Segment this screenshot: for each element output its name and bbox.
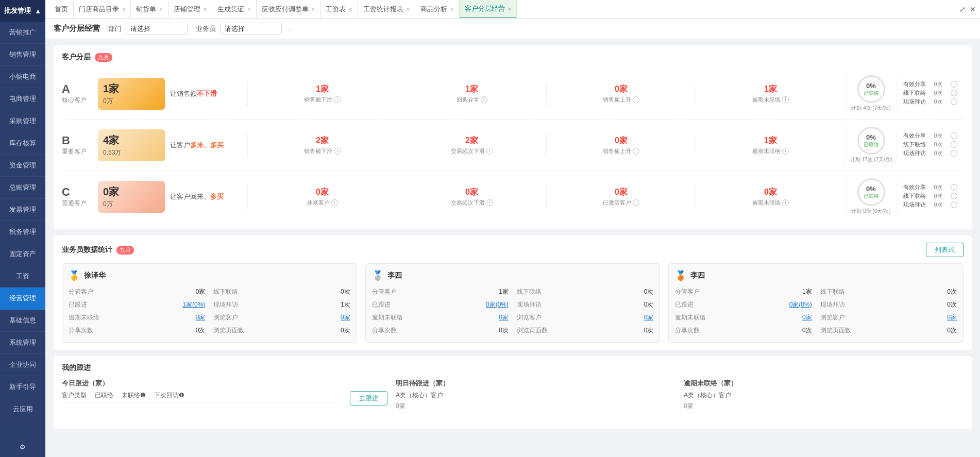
tier-metric[interactable]: 1家销售额下滑 i — [247, 82, 397, 106]
filter-more-icon[interactable]: ··· — [286, 25, 292, 32]
info-icon[interactable]: i — [633, 148, 639, 155]
tab-商品分析[interactable]: 商品分析× — [415, 0, 459, 19]
tier-metric[interactable]: 2家交易频次下滑 i — [397, 133, 546, 157]
emp-stat-row: 逾期未联络0家 — [69, 312, 205, 323]
tier-metric[interactable]: 0家休眠客户 i — [247, 185, 397, 209]
info-icon[interactable]: i — [782, 199, 789, 206]
info-icon[interactable]: i — [951, 132, 957, 139]
tab-close-icon[interactable]: × — [312, 6, 315, 12]
sidebar-item-企业协同[interactable]: 企业协同 — [0, 354, 45, 376]
sidebar-item-库存核算[interactable]: 库存核算 — [0, 132, 45, 155]
info-icon[interactable]: i — [331, 199, 338, 206]
tab-客户分层经营[interactable]: 客户分层经营× — [460, 0, 517, 19]
emp-stat-value: 0家 — [196, 287, 206, 296]
sidebar-header[interactable]: 批发管理 ▲ — [0, 0, 45, 22]
tier-circle-A[interactable]: 0% 已联络 计划 4次 (7天/次) — [845, 73, 897, 114]
info-icon[interactable]: i — [481, 96, 487, 103]
tab-应收应付调整单[interactable]: 应收应付调整单× — [257, 0, 320, 19]
emp-stat-value[interactable]: 0家 — [499, 313, 509, 322]
info-icon[interactable]: i — [951, 184, 957, 191]
sidebar-item-系统管理[interactable]: 系统管理 — [0, 332, 45, 354]
info-icon[interactable]: i — [782, 148, 789, 155]
tier-metric[interactable]: 0家已激活客户 i — [546, 185, 696, 209]
emp-stat-value[interactable]: 1家(0%) — [182, 300, 205, 309]
tab-close-all-icon[interactable]: ✕ — [970, 5, 976, 13]
info-icon[interactable]: i — [633, 199, 639, 206]
tier-metric[interactable]: 0家逾期未联络 i — [696, 185, 845, 209]
sidebar-item-总账管理[interactable]: 总账管理 — [0, 177, 45, 199]
tab-close-icon[interactable]: × — [407, 6, 410, 12]
emp-stat-value[interactable]: 0家(0%) — [789, 300, 812, 309]
info-icon[interactable]: i — [334, 96, 341, 103]
tier-metric[interactable]: 2家销售额下滑 i — [247, 133, 397, 157]
tab-首页[interactable]: 首页 — [49, 0, 74, 19]
tier-metric[interactable]: 1家逾期未联络 i — [696, 133, 845, 157]
info-icon[interactable]: i — [951, 150, 957, 157]
tier-metric[interactable]: 1家回购异常 i — [397, 82, 546, 106]
info-icon[interactable]: i — [486, 199, 493, 206]
tier-circle-C[interactable]: 0% 已联络 计划 0次 (0天/次) — [845, 176, 897, 217]
info-icon[interactable]: i — [951, 201, 957, 208]
tab-close-icon[interactable]: × — [204, 6, 207, 12]
dept-select[interactable]: 请选择 — [126, 23, 188, 35]
tab-门店商品目录[interactable]: 门店商品目录× — [74, 0, 131, 19]
info-icon[interactable]: i — [951, 141, 957, 148]
tab-工资统计报表[interactable]: 工资统计报表× — [358, 0, 415, 19]
metric-label: 逾期未联络 i — [700, 199, 841, 207]
emp-stat-value[interactable]: 0家 — [196, 313, 206, 322]
info-icon[interactable]: i — [951, 81, 957, 88]
customer-tier-title: 客户分层 — [62, 53, 91, 62]
tab-close-icon[interactable]: × — [349, 6, 352, 12]
info-icon[interactable]: i — [951, 98, 957, 105]
tier-stat-box-C[interactable]: 0家0万 — [98, 181, 165, 213]
list-view-button[interactable]: 列表式 — [926, 243, 964, 257]
sales-select[interactable]: 请选择 — [220, 23, 282, 35]
emp-stat-value[interactable]: 0家 — [644, 313, 654, 322]
info-icon[interactable]: i — [486, 148, 493, 155]
info-icon[interactable]: i — [782, 96, 789, 103]
tier-metric[interactable]: 0家销售额上升 i — [546, 82, 696, 106]
sidebar-item-发票管理[interactable]: 发票管理 — [0, 199, 45, 221]
info-icon[interactable]: i — [951, 193, 957, 199]
emp-stat-value[interactable]: 0家 — [341, 313, 350, 322]
tab-店铺管理[interactable]: 店铺管理× — [168, 0, 212, 19]
sidebar-item-新手引导[interactable]: 新手引导 — [0, 376, 45, 398]
sidebar-item-资金管理[interactable]: 资金管理 — [0, 155, 45, 177]
go-followup-button[interactable]: 去跟进 — [350, 391, 387, 405]
tab-工资表[interactable]: 工资表× — [320, 0, 358, 19]
sidebar-item-小畅电商[interactable]: 小畅电商 — [0, 66, 45, 88]
sidebar-item-电商管理[interactable]: 电商管理 — [0, 88, 45, 110]
emp-stat-value[interactable]: 0家 — [947, 313, 957, 322]
info-icon[interactable]: i — [951, 90, 957, 96]
emp-stat-value[interactable]: 0家(0%) — [486, 300, 509, 309]
tab-close-icon[interactable]: × — [450, 6, 453, 12]
tab-close-icon[interactable]: × — [159, 6, 162, 12]
tier-metric[interactable]: 0家交易频次下滑 i — [397, 185, 546, 209]
info-icon[interactable]: i — [633, 96, 639, 103]
tab-生成凭证[interactable]: 生成凭证× — [212, 0, 256, 19]
sidebar-item-基础信息[interactable]: 基础信息 — [0, 310, 45, 332]
sidebar-settings[interactable]: ⚙ — [0, 437, 45, 457]
tier-stat-box-A[interactable]: 1家0万 — [98, 78, 165, 110]
tier-circle-B[interactable]: 0% 已联络 计划 17次 (7天/次) — [845, 125, 897, 165]
tab-close-icon[interactable]: × — [247, 6, 250, 12]
tab-销货单[interactable]: 销货单× — [131, 0, 168, 19]
tab-maximize-icon[interactable]: ⤢ — [959, 5, 966, 13]
sidebar-item-工资[interactable]: 工资 — [0, 265, 45, 287]
info-icon[interactable]: i — [334, 148, 341, 155]
sidebar-item-固定资产[interactable]: 固定资产 — [0, 243, 45, 265]
sidebar-item-营销推广[interactable]: 营销推广 — [0, 22, 45, 44]
sidebar-collapse-icon[interactable]: ▲ — [35, 7, 41, 15]
sidebar-item-采购管理[interactable]: 采购管理 — [0, 110, 45, 132]
tab-close-icon[interactable]: × — [508, 6, 511, 12]
sidebar-item-税务管理[interactable]: 税务管理 — [0, 221, 45, 243]
tier-metric[interactable]: 1家逾期未联络 i — [696, 82, 845, 106]
sidebar-item-销售管理[interactable]: 销售管理 — [0, 44, 45, 66]
emp-stat-row: 浏览页面数0次 — [820, 325, 957, 336]
sidebar-item-云应用[interactable]: 云应用 — [0, 398, 45, 420]
tab-close-icon[interactable]: × — [122, 6, 125, 12]
tier-metric[interactable]: 0家销售额上升 i — [546, 133, 696, 157]
emp-stat-value[interactable]: 0家 — [802, 313, 812, 322]
tier-stat-box-B[interactable]: 4家0.53万 — [98, 129, 165, 161]
sidebar-item-经营管理[interactable]: 经营管理 — [0, 287, 45, 310]
